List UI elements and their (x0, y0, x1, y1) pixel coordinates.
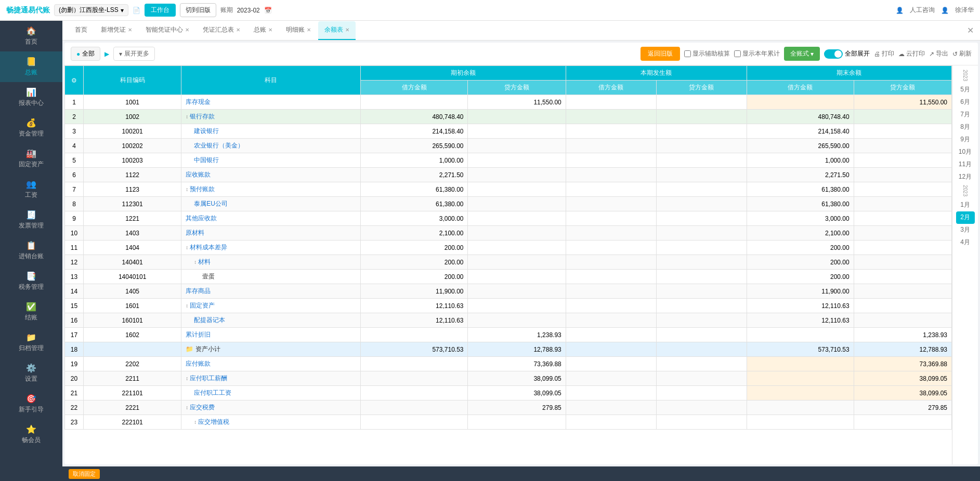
table-row: 23222101↕ 应交增值税 (65, 415, 952, 430)
account-name[interactable]: 库存现金 (181, 95, 361, 110)
scope-arrow-icon[interactable]: ▶ (104, 50, 109, 58)
account-name[interactable]: 中国银行 (181, 153, 361, 168)
period-month-3[interactable]: 3月 (956, 224, 975, 236)
sidebar-item-assets[interactable]: 🏭 固定资产 (0, 143, 62, 174)
tab-detail-ledger-close[interactable]: ✕ (307, 27, 311, 33)
sidebar-label-guide: 新手引导 (19, 405, 44, 414)
cloud-print-button[interactable]: ☁ 云打印 (898, 49, 925, 58)
toggle-switch[interactable] (824, 49, 843, 59)
sidebar-item-payroll[interactable]: 👥 工资 (0, 174, 62, 205)
account-name[interactable]: 其他应收款 (181, 211, 361, 226)
workspace-button[interactable]: 工作台 (145, 4, 176, 17)
account-code: 222101 (84, 415, 181, 430)
openCredit-cell (468, 284, 566, 299)
account-name[interactable]: 累计折旧 (181, 328, 361, 342)
account-name[interactable]: 原材料 (181, 226, 361, 240)
tab-new-voucher-close[interactable]: ✕ (128, 27, 132, 33)
expand-all-toggle[interactable]: 全部展开 (824, 49, 870, 59)
file-icon[interactable]: 📄 (133, 7, 140, 14)
account-code: 100201 (84, 124, 181, 139)
consultant-label[interactable]: 人工咨询 (910, 6, 935, 15)
account-name[interactable]: ↕ 材料成本差异 (181, 240, 361, 255)
account-name[interactable]: 建设银行 (181, 124, 361, 139)
period-month-9[interactable]: 9月 (956, 133, 975, 145)
table-row: 202211↕ 应付职工薪酬38,099.0538,099.05 (65, 371, 952, 386)
account-name[interactable]: 壹蛋 (181, 270, 361, 284)
tab-new-voucher[interactable]: 新增凭证 ✕ (95, 21, 138, 40)
account-name[interactable]: ↕ 材料 (181, 255, 361, 270)
sidebar-item-ledger[interactable]: 📒 总账 (0, 51, 62, 82)
sidebar-item-home[interactable]: 🏠 首页 (0, 21, 62, 51)
sidebar-item-member[interactable]: ⭐ 畅会员 (0, 419, 62, 450)
account-name[interactable]: ↕ 预付账款 (181, 182, 361, 197)
sidebar-item-settings[interactable]: ⚙️ 设置 (0, 358, 62, 389)
period-month-12[interactable]: 12月 (956, 170, 975, 183)
curCredit-cell (656, 153, 747, 168)
chevron-down-icon: ▾ (811, 50, 814, 58)
sidebar-item-archive[interactable]: 📁 归档管理 (0, 327, 62, 358)
account-name[interactable]: ↕ 应交增值税 (181, 415, 361, 430)
closeDebit-cell: 2,271.50 (747, 168, 854, 182)
account-name[interactable]: 应收账款 (181, 168, 361, 182)
tab-voucher-summary-close[interactable]: ✕ (236, 27, 240, 33)
period-month-7[interactable]: 7月 (956, 108, 975, 121)
expand-button[interactable]: ▾ 展开更多 (113, 47, 155, 61)
switch-version-button[interactable]: 切到旧版 (180, 3, 216, 17)
period-month-8[interactable]: 8月 (956, 121, 975, 133)
tab-smart-voucher[interactable]: 智能凭证中心 ✕ (139, 21, 195, 40)
tab-smart-voucher-close[interactable]: ✕ (185, 27, 189, 33)
settings-cell[interactable]: ⚙ (65, 66, 84, 95)
account-name[interactable]: 应付账款 (181, 357, 361, 371)
account-name[interactable]: 库存商品 (181, 284, 361, 299)
sidebar-item-invoice[interactable]: 🧾 发票管理 (0, 205, 62, 235)
sidebar-item-guide[interactable]: 🎯 新手引导 (0, 389, 62, 419)
return-button[interactable]: 返回旧版 (641, 47, 680, 61)
period-month-1[interactable]: 1月 (956, 199, 975, 211)
current-period-header: 本期发生额 (566, 66, 747, 81)
period-month-6[interactable]: 6月 (956, 96, 975, 108)
scope-button[interactable]: ● 全部 (71, 47, 100, 61)
period-month-10[interactable]: 10月 (956, 145, 975, 158)
show-aux-checkbox[interactable]: 显示辅助核算 (684, 49, 730, 58)
company-selector[interactable]: (勿删）江西股坐-LSS ▾ (54, 4, 128, 16)
tab-voucher-summary[interactable]: 凭证汇总表 ✕ (197, 21, 246, 40)
sidebar-item-closing[interactable]: ✅ 结账 (0, 297, 62, 327)
aux-checkbox-input[interactable] (684, 50, 691, 57)
user-name: 徐泽华 (955, 6, 974, 15)
print-button[interactable]: 🖨 打印 (874, 49, 894, 58)
tab-general-ledger-close[interactable]: ✕ (268, 27, 272, 33)
openDebit-cell: 480,748.40 (361, 110, 468, 124)
account-name[interactable]: ↕ 应付职工薪酬 (181, 371, 361, 386)
table-row: 111404↕ 材料成本差异200.00200.00 (65, 240, 952, 255)
sidebar-item-sales[interactable]: 📋 进销台账 (0, 235, 62, 266)
closeCredit-cell (854, 153, 951, 168)
period-month-5[interactable]: 5月 (956, 83, 975, 96)
close-all-icon[interactable]: ✕ (967, 25, 974, 35)
show-year-checkbox[interactable]: 显示本年累计 (734, 49, 780, 58)
account-name[interactable]: ↕ 应交税费 (181, 400, 361, 415)
tab-general-ledger[interactable]: 总账 ✕ (247, 21, 279, 40)
format-button[interactable]: 全账式 ▾ (784, 47, 820, 61)
sidebar-item-tax[interactable]: 📑 税务管理 (0, 266, 62, 297)
account-name[interactable]: 配提器记本 (181, 313, 361, 328)
tab-home[interactable]: 首页 (69, 21, 94, 40)
refresh-button[interactable]: ↺ 刷新 (952, 49, 972, 58)
account-name[interactable]: 📁 资产小计 (181, 342, 361, 357)
account-name[interactable]: 泰属EU公司 (181, 197, 361, 211)
calendar-icon[interactable]: 📅 (264, 7, 272, 14)
unpin-button[interactable]: 取消固定 (69, 469, 100, 479)
tab-balance-close[interactable]: ✕ (345, 27, 349, 33)
period-month-4[interactable]: 4月 (956, 236, 975, 249)
sidebar-item-reports[interactable]: 📊 报表中心 (0, 82, 62, 113)
account-name[interactable]: ↕ 银行存款 (181, 110, 361, 124)
export-button[interactable]: ↗ 导出 (929, 49, 948, 58)
account-name[interactable]: 农业银行（美金） (181, 139, 361, 153)
period-month-11[interactable]: 11月 (956, 158, 975, 170)
account-name[interactable]: 应付职工工资 (181, 386, 361, 400)
account-name[interactable]: ↕ 固定资产 (181, 299, 361, 313)
year-checkbox-input[interactable] (734, 50, 741, 57)
period-month-2[interactable]: 2月 (956, 211, 975, 224)
tab-detail-ledger[interactable]: 明细账 ✕ (280, 21, 317, 40)
tab-balance[interactable]: 余额表 ✕ (318, 21, 356, 40)
sidebar-item-funds[interactable]: 💰 资金管理 (0, 113, 62, 143)
